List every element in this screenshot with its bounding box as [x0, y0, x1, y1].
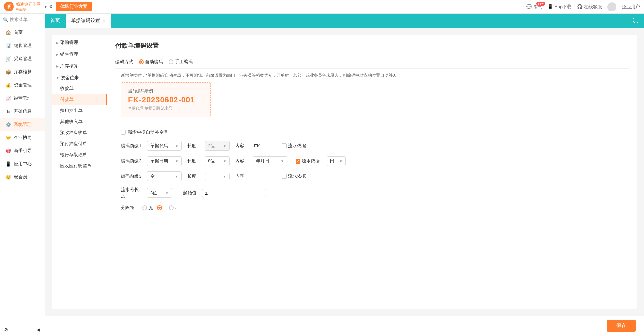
- group-sales-title[interactable]: ▶ 销售管理: [52, 49, 107, 59]
- prefix3-select[interactable]: 空 ▼: [147, 171, 182, 181]
- prefix2-content-value: 年月日: [256, 158, 269, 164]
- sidebar-item-enterprise[interactable]: 🤝 企业协同: [0, 131, 45, 144]
- sidebar-item-app[interactable]: 📱 应用中心: [0, 157, 45, 170]
- leaf-advance-receivable[interactable]: 预收冲应收单: [52, 127, 107, 138]
- sidebar-item-label-enterprise: 企业协同: [14, 134, 32, 141]
- topbar-dropdown[interactable]: ▼ ⚙: [44, 4, 53, 9]
- group-inventory-title[interactable]: ▶ 库存核算: [52, 61, 107, 71]
- prefix2-serial-checkbox[interactable]: 流水依据: [296, 158, 320, 164]
- prefix3-serial-checkbox-box: [282, 174, 287, 179]
- separator-dash[interactable]: ·: [169, 205, 176, 211]
- auto-code-label: 自动编码: [145, 59, 163, 65]
- enterprise-icon: 🤝: [6, 135, 11, 140]
- sidebar-item-basic[interactable]: 🖥 基础信息: [0, 105, 45, 118]
- operations-icon: 📈: [6, 95, 11, 101]
- purchase-icon: 🛒: [6, 56, 11, 62]
- prefix3-length-label: 长度: [187, 173, 199, 179]
- prefix2-select-value: 单据日期: [150, 158, 168, 164]
- app-download-item[interactable]: 📱 App下载: [548, 4, 571, 10]
- auto-fill-checkbox[interactable]: [121, 130, 126, 135]
- prefix3-label: 编码前缀3: [121, 173, 142, 179]
- prefix2-label: 编码前缀2: [121, 158, 142, 164]
- leaf-other-income[interactable]: 其他收入单: [52, 116, 107, 127]
- serial-length-select[interactable]: 3位 ▼: [147, 188, 172, 198]
- prefix2-length-select[interactable]: 8位 ▼: [205, 156, 230, 166]
- sales-icon: 📊: [6, 43, 11, 48]
- save-button[interactable]: 保存: [607, 320, 636, 332]
- logo-sub: 标品版: [16, 7, 41, 12]
- prefix3-length-select[interactable]: ▼: [205, 173, 230, 180]
- content-area: ▶ 采购管理 ▶ 销售管理 ▶ 库存核算: [45, 28, 644, 316]
- finance-icon: 💰: [6, 82, 11, 88]
- sidebar-item-sales[interactable]: 📊 销售管理: [0, 39, 45, 52]
- sidebar-item-finance[interactable]: 💰 资金管理: [0, 78, 45, 92]
- search-icon: 🔍: [3, 17, 8, 22]
- tab-code-settings[interactable]: 单据编码设置 ✕: [66, 14, 111, 28]
- settings-bottom-icon[interactable]: ⚙: [4, 327, 8, 332]
- auto-code-radio[interactable]: 自动编码: [139, 59, 163, 65]
- day-select[interactable]: 日 ▼: [327, 156, 346, 166]
- prefix3-content-value: [253, 176, 273, 177]
- sidebar-item-home[interactable]: 🏠 首页: [0, 26, 45, 39]
- separator-dash-label: ·: [175, 205, 176, 211]
- prefix2-select[interactable]: 单据日期 ▼: [147, 156, 182, 166]
- logo-text-group: 畅通道好生意 标品版: [16, 2, 41, 11]
- prefix1-select-value: 单据代码: [150, 143, 168, 149]
- membership-icon: 👑: [6, 174, 11, 180]
- sidebar-item-label-purchase: 采购管理: [14, 56, 32, 62]
- sidebar-item-inventory[interactable]: 📦 库存核算: [0, 65, 45, 78]
- message-icon: 💬: [526, 4, 532, 9]
- leaf-expense[interactable]: 费用支出单: [52, 105, 107, 116]
- leaf-receipt[interactable]: 收款单: [52, 83, 107, 94]
- prefix2-content-select[interactable]: 年月日 ▼: [253, 156, 287, 166]
- online-service-item[interactable]: 🎧 在线客服: [577, 4, 602, 10]
- group-purchase-arrow: ▶: [56, 41, 59, 45]
- start-value-input[interactable]: [202, 189, 266, 197]
- code-example-sub: 单据代码-单据日期-流水号: [128, 106, 203, 111]
- leaf-payment[interactable]: 付款单: [52, 94, 107, 105]
- tab-home-label: 首页: [50, 18, 60, 24]
- tab-home[interactable]: 首页: [45, 14, 66, 28]
- group-inventory-arrow: ▶: [56, 64, 59, 68]
- group-purchase-title[interactable]: ▶ 采购管理: [52, 37, 107, 48]
- separator-none[interactable]: 无: [142, 205, 153, 211]
- separator-dot[interactable]: ·: [157, 205, 165, 211]
- group-capital-title[interactable]: ▼ 资金往来: [52, 73, 107, 83]
- topbar-left: 畅 畅通道好生意 标品版 ▼ ⚙ 体验行业方案: [4, 2, 92, 11]
- message-item[interactable]: 💬 消息 99+: [526, 4, 542, 10]
- sidebar-item-operations[interactable]: 📈 经营管理: [0, 92, 45, 105]
- gear-icon[interactable]: ⚙: [49, 4, 53, 9]
- prefix1-length-select: 2位 ▼: [205, 141, 230, 151]
- sidebar-item-label-operations: 经营管理: [14, 95, 32, 101]
- sidebar-item-purchase[interactable]: 🛒 采购管理: [0, 52, 45, 65]
- prefix1-serial-checkbox[interactable]: 流水依据: [282, 143, 306, 149]
- sidebar-item-newbie[interactable]: 🎯 新手引导: [0, 144, 45, 157]
- prefix1-select[interactable]: 单据代码 ▼: [147, 141, 182, 151]
- nav-expand-button[interactable]: ⛶: [632, 18, 640, 24]
- sidebar-item-membership[interactable]: 👑 畅会员: [0, 170, 45, 184]
- dropdown-arrow-icon: ▼: [44, 4, 48, 9]
- nav-minimize-button[interactable]: —: [621, 18, 629, 24]
- prefix1-length-arrow: ▼: [223, 144, 227, 148]
- page-title: 付款单编码设置: [115, 41, 629, 50]
- leaf-bank-deposit[interactable]: 银行存取款单: [52, 149, 107, 160]
- avatar[interactable]: [607, 2, 616, 11]
- home-icon: 🏠: [6, 30, 11, 35]
- sidebar-search[interactable]: 🔍 搜索菜单: [0, 14, 45, 26]
- prefix3-content-label: 内容: [235, 173, 247, 179]
- separator-dash-circle: [169, 205, 174, 210]
- trial-button[interactable]: 体验行业方案: [56, 2, 92, 11]
- day-select-value: 日: [330, 158, 334, 164]
- collapse-icon[interactable]: ◀: [37, 327, 40, 332]
- prefix3-serial-checkbox[interactable]: 流水依据: [282, 173, 306, 179]
- separator-dot-circle: [157, 205, 162, 210]
- prefix1-select-arrow: ▼: [175, 144, 179, 148]
- leaf-adjust[interactable]: 应收应付调整单: [52, 160, 107, 171]
- app-label: App下载: [555, 4, 571, 10]
- tab-close-icon[interactable]: ✕: [102, 18, 106, 23]
- leaf-advance-payable[interactable]: 预付冲应付单: [52, 138, 107, 149]
- sidebar-item-label-inventory: 库存核算: [14, 69, 32, 75]
- manual-code-radio[interactable]: 手工编码: [169, 59, 193, 65]
- group-inventory-label: 库存核算: [60, 63, 78, 69]
- sidebar-item-system[interactable]: ⚙️ 系统管理: [0, 118, 45, 131]
